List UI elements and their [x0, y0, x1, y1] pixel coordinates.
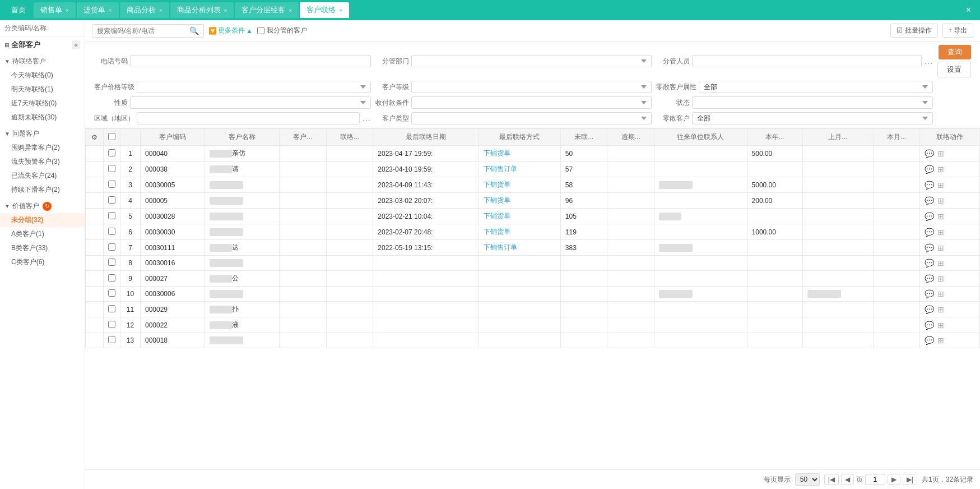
- cell-check[interactable]: [104, 162, 120, 177]
- retail-customer-select[interactable]: 全部: [692, 112, 933, 124]
- tab-customer-tier[interactable]: 客户分层经客 ×: [235, 2, 299, 18]
- cell-check[interactable]: [104, 287, 120, 302]
- last-method-link[interactable]: 下销售订单: [484, 243, 517, 251]
- price-level-select[interactable]: [137, 81, 371, 93]
- message-icon[interactable]: 💬: [925, 336, 934, 345]
- sidebar-item-hoard[interactable]: 囤购异常客户(2): [0, 141, 85, 155]
- message-icon[interactable]: 💬: [925, 321, 934, 330]
- grid-action-icon[interactable]: ⊞: [937, 305, 944, 314]
- grid-action-icon[interactable]: ⊞: [937, 321, 944, 330]
- more-conditions-button[interactable]: 🔽 更多条件 ▲: [208, 26, 253, 35]
- tab-product-list[interactable]: 商品分析列表 ×: [170, 2, 234, 18]
- batch-op-button[interactable]: ☑ 批量操作: [890, 24, 937, 38]
- row-checkbox[interactable]: [108, 243, 115, 251]
- grid-action-icon[interactable]: ⊞: [937, 274, 944, 283]
- page-size-select[interactable]: 50: [795, 473, 820, 486]
- customer-level-select[interactable]: [411, 81, 652, 93]
- row-checkbox[interactable]: [108, 212, 115, 219]
- row-checkbox[interactable]: [108, 181, 115, 188]
- tab-purchase[interactable]: 进货单 ×: [77, 2, 119, 18]
- message-icon[interactable]: 💬: [925, 165, 934, 174]
- sidebar-item-class-b[interactable]: B类客户(33): [0, 241, 85, 255]
- cell-check[interactable]: [104, 317, 120, 333]
- cell-check[interactable]: [104, 146, 120, 162]
- sidebar-item-7days[interactable]: 近7天待联络(0): [0, 96, 85, 110]
- row-checkbox[interactable]: [108, 321, 115, 328]
- window-close-button[interactable]: ×: [962, 5, 976, 15]
- row-checkbox[interactable]: [108, 165, 115, 172]
- grid-action-icon[interactable]: ⊞: [937, 212, 944, 221]
- message-icon[interactable]: 💬: [925, 228, 934, 237]
- grid-action-icon[interactable]: ⊞: [937, 196, 944, 205]
- tab-sales[interactable]: 销售单 ×: [34, 2, 76, 18]
- retail-attr-select[interactable]: 全部: [699, 81, 933, 93]
- sidebar-item-class-a[interactable]: A类客户(1): [0, 227, 85, 241]
- tab-product-analysis[interactable]: 商品分析 ×: [120, 2, 169, 18]
- message-icon[interactable]: 💬: [925, 149, 934, 158]
- cell-check[interactable]: [104, 193, 120, 209]
- row-checkbox[interactable]: [108, 259, 115, 266]
- sidebar-item-overdue[interactable]: 逾期未联络(30): [0, 110, 85, 124]
- cell-check[interactable]: [104, 256, 120, 271]
- sidebar-item-churned[interactable]: 已流失客户(24): [0, 169, 85, 183]
- row-checkbox[interactable]: [108, 274, 115, 282]
- message-icon[interactable]: 💬: [925, 259, 934, 267]
- status-select[interactable]: [692, 96, 933, 109]
- last-method-link[interactable]: 下销售订单: [484, 165, 517, 173]
- query-button[interactable]: 查询: [939, 45, 971, 59]
- message-icon[interactable]: 💬: [925, 274, 934, 283]
- message-icon[interactable]: 💬: [925, 289, 934, 298]
- grid-action-icon[interactable]: ⊞: [937, 165, 944, 174]
- cell-check[interactable]: [104, 240, 120, 256]
- grid-action-icon[interactable]: ⊞: [937, 336, 944, 345]
- col-settings[interactable]: ⚙: [86, 129, 104, 146]
- first-page-button[interactable]: |◀: [824, 474, 839, 485]
- last-method-link[interactable]: 下销货单: [484, 212, 510, 220]
- last-method-link[interactable]: 下销货单: [484, 181, 510, 188]
- message-icon[interactable]: 💬: [925, 243, 934, 252]
- export-button[interactable]: ↑ 导出: [942, 24, 973, 38]
- grid-action-icon[interactable]: ⊞: [937, 228, 944, 237]
- my-customers-checkbox-label[interactable]: 我分管的客户: [257, 26, 307, 35]
- row-checkbox[interactable]: [108, 228, 115, 235]
- row-checkbox[interactable]: [108, 196, 115, 204]
- next-page-button[interactable]: ▶: [888, 474, 900, 485]
- person-input[interactable]: [692, 55, 922, 67]
- tab-purchase-close[interactable]: ×: [109, 7, 112, 13]
- row-checkbox[interactable]: [108, 336, 115, 343]
- row-checkbox[interactable]: [108, 289, 115, 297]
- cell-check[interactable]: [104, 209, 120, 224]
- message-icon[interactable]: 💬: [925, 305, 934, 314]
- tab-product-list-close[interactable]: ×: [224, 7, 227, 13]
- tab-customer-contact[interactable]: 客户联络 ×: [300, 2, 349, 18]
- my-customers-checkbox[interactable]: [257, 27, 264, 34]
- sidebar-item-class-c[interactable]: C类客户(6): [0, 255, 85, 269]
- gender-select[interactable]: [130, 96, 371, 109]
- grid-action-icon[interactable]: ⊞: [937, 149, 944, 158]
- sidebar-item-today[interactable]: 今天待联络(0): [0, 68, 85, 82]
- row-checkbox[interactable]: [108, 149, 115, 156]
- search-icon[interactable]: 🔍: [189, 26, 199, 35]
- message-icon[interactable]: 💬: [925, 212, 934, 221]
- cell-check[interactable]: [104, 177, 120, 193]
- cell-check[interactable]: [104, 333, 120, 348]
- grid-action-icon[interactable]: ⊞: [937, 243, 944, 252]
- sidebar-group-pending-title[interactable]: ▼ 待联络客户: [0, 54, 85, 68]
- reset-button[interactable]: 设置: [937, 62, 971, 77]
- message-icon[interactable]: 💬: [925, 181, 934, 190]
- cell-check[interactable]: [104, 271, 120, 287]
- search-input[interactable]: [97, 27, 187, 35]
- last-page-button[interactable]: ▶|: [903, 474, 917, 485]
- person-dots[interactable]: …: [924, 56, 933, 66]
- all-customers-header[interactable]: ⊞ 全部客户 «: [0, 36, 85, 53]
- sidebar-search-input[interactable]: [4, 24, 85, 32]
- grid-action-icon[interactable]: ⊞: [937, 181, 944, 190]
- sidebar-item-declining[interactable]: 持续下滑客户(2): [0, 183, 85, 197]
- phone-input[interactable]: [130, 55, 371, 67]
- tab-customer-tier-close[interactable]: ×: [289, 7, 292, 13]
- area-input[interactable]: [137, 112, 360, 124]
- payment-select[interactable]: [411, 96, 652, 109]
- tab-home[interactable]: 首页: [4, 2, 32, 18]
- tab-customer-contact-close[interactable]: ×: [339, 7, 342, 13]
- select-all-checkbox[interactable]: [108, 133, 115, 140]
